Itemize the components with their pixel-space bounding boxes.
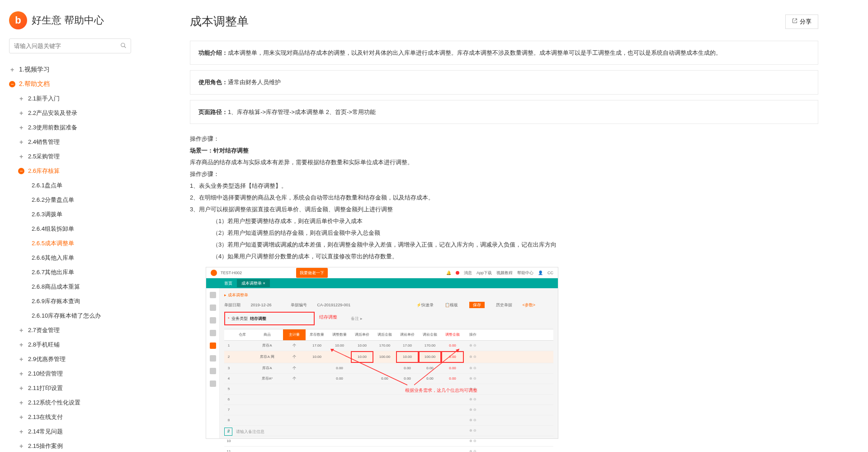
ss-td (251, 440, 283, 442)
ss-td (283, 398, 306, 401)
nav-item[interactable]: +2.4销售管理 (9, 135, 131, 149)
ss-td (441, 450, 464, 452)
search-input[interactable] (9, 38, 131, 53)
nav-item[interactable]: +2.1新手入门 (9, 91, 131, 106)
nav-item[interactable]: −2.帮助文档 (9, 77, 131, 91)
nav-item[interactable]: +2.15操作案例 (9, 439, 131, 452)
nav-item[interactable]: +2.12系统个性化设置 (9, 395, 131, 410)
ss-td (351, 388, 373, 390)
ss-th (224, 329, 233, 340)
ss-td (328, 450, 351, 452)
nav-label: 2.3使用前数据准备 (28, 124, 77, 132)
step-3d: （4）如果用户只调整部分数量的成本，可以直接修改带出的结存数量。 (190, 251, 818, 262)
ss-left-icon (210, 330, 216, 336)
nav-label: 2.12系统个性化设置 (28, 399, 80, 407)
scene-label: 场景一：针对结存调整 (190, 145, 818, 157)
ss-td: 个 (283, 352, 306, 362)
svg-point-0 (121, 43, 125, 47)
nav-item[interactable]: +2.3使用前数据准备 (9, 120, 131, 135)
ss-td (306, 377, 328, 380)
steps2-label: 操作步骤： (190, 168, 818, 180)
ss-td (396, 419, 419, 422)
nav-item[interactable]: +2.14常见问题 (9, 424, 131, 439)
ss-table: 仓库商品主计量库存数量调整数量调后单价调后金额调前单价调前金额调整金额操作1库存… (224, 329, 553, 452)
ss-td (251, 419, 283, 422)
nav-item[interactable]: 2.6.3调拨单 (9, 207, 131, 222)
ss-td (396, 398, 419, 401)
ss-td (351, 440, 373, 442)
ss-td (373, 409, 396, 411)
role-text: 通常由财务人员维护 (228, 79, 281, 86)
ss-td: 17.00 (396, 341, 419, 351)
nav-item[interactable]: 2.6.2分量盘点单 (9, 193, 131, 207)
ss-td (351, 409, 373, 411)
ss-td: 个 (283, 363, 306, 373)
nav-item[interactable]: 2.6.6其他入库单 (9, 251, 131, 265)
ss-td (328, 388, 351, 390)
ss-td (351, 419, 373, 422)
ss-left-icon-active (210, 343, 216, 349)
nav-label: 2.6.9库存账本查询 (32, 297, 80, 305)
ss-td (306, 409, 328, 411)
step-3c: （3）若用户知道要调增或调减的成本差值，则在调整金额中录入差值，调增录入正值，记… (190, 239, 818, 251)
ss-td (419, 450, 441, 452)
ss-orange-button: 我要做老一下 (296, 268, 328, 278)
ss-msg: 消息 (464, 269, 472, 277)
ss-td (233, 450, 251, 452)
share-button[interactable]: 分享 (785, 14, 818, 29)
logo-text: 好生意 帮助中心 (32, 14, 104, 27)
nav-item[interactable]: +2.13在线支付 (9, 410, 131, 424)
ss-user: CC (547, 269, 553, 277)
nav-label: 2.8手机旺铺 (28, 341, 60, 349)
ss-td (283, 419, 306, 422)
ss-td: ⊕ ⊖ (464, 447, 482, 452)
intro-text: 成本调整单，用来实现对商品结存成本的调整，以及针对具体的出入库单进行成本调整。库… (228, 49, 722, 56)
nav-item[interactable]: +2.10经营管理 (9, 366, 131, 381)
ss-td (419, 440, 441, 442)
ss-td (328, 440, 351, 442)
nav-item[interactable]: 2.6.5成本调整单 (9, 236, 131, 251)
search-icon[interactable] (120, 42, 127, 50)
ss-td: 10.00 (396, 351, 419, 363)
ss-td (351, 377, 373, 380)
ss-td (373, 367, 396, 370)
ss-td: 11 (224, 447, 233, 452)
nav-item[interactable]: +1.视频学习 (9, 62, 131, 77)
ss-td: 0.00 (396, 363, 419, 373)
nav-item[interactable]: −2.6库存核算 (9, 164, 131, 178)
plus-icon: + (18, 110, 24, 116)
plus-icon: + (18, 371, 24, 377)
nav: +1.视频学习−2.帮助文档+2.1新手入门+2.2产品安装及登录+2.3使用前… (9, 62, 131, 452)
plus-icon: + (18, 385, 24, 391)
nav-item[interactable]: +2.5采购管理 (9, 149, 131, 164)
ss-td (251, 388, 283, 390)
nav-item[interactable]: 2.6.9库存账本查询 (9, 294, 131, 309)
nav-item[interactable]: 2.6.4组装拆卸单 (9, 222, 131, 236)
sidebar: b 好生意 帮助中心 +1.视频学习−2.帮助文档+2.1新手入门+2.2产品安… (0, 0, 140, 452)
nav-item[interactable]: 2.6.10库存账本错了怎么办 (9, 309, 131, 323)
ss-td (233, 356, 251, 358)
nav-item[interactable]: +2.7资金管理 (9, 323, 131, 338)
ss-td (441, 440, 464, 442)
nav-item[interactable]: +2.9优惠券管理 (9, 352, 131, 366)
ss-td: 库存A 网 (251, 352, 283, 362)
ss-td (251, 450, 283, 452)
nav-label: 1.视频学习 (19, 66, 50, 74)
nav-label: 2.11打印设置 (28, 384, 63, 392)
nav-item[interactable]: +2.11打印设置 (9, 381, 131, 395)
nav-item[interactable]: 2.6.8商品成本重算 (9, 280, 131, 294)
logo: b 好生意 帮助中心 (9, 11, 131, 29)
nav-label: 2.7资金管理 (28, 326, 60, 334)
nav-item[interactable]: 2.6.7其他出库单 (9, 265, 131, 280)
intro-label: 功能介绍： (198, 49, 228, 56)
ss-left-icon (210, 292, 216, 298)
ss-td: 库存A (251, 341, 283, 351)
nav-label: 2.6库存核算 (28, 167, 60, 175)
nav-item[interactable]: 2.6.1盘点单 (9, 178, 131, 193)
nav-item[interactable]: +2.8手机旺铺 (9, 338, 131, 352)
nav-label: 2.14常见问题 (28, 428, 63, 436)
nav-label: 2.4销售管理 (28, 138, 60, 146)
step-3: 3、用户可以根据调整依据直接在调后单价、调后金额、调整金额列上进行调整 (190, 204, 818, 215)
ss-td: 10.00 (351, 341, 373, 351)
nav-item[interactable]: +2.2产品安装及登录 (9, 106, 131, 120)
